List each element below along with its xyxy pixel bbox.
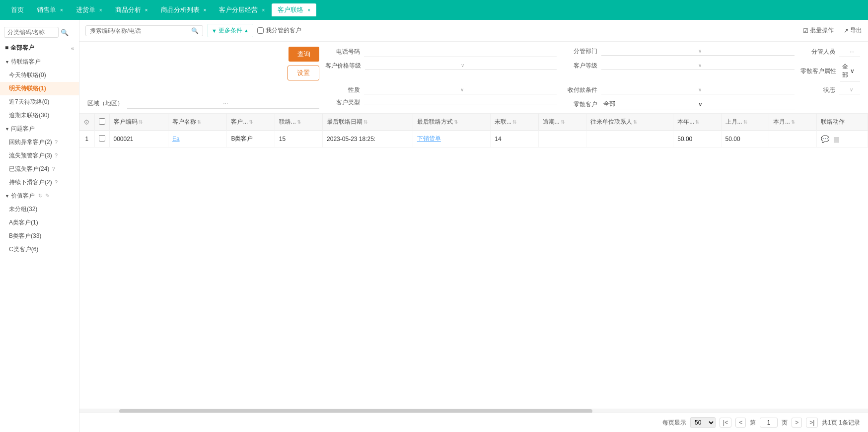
close-icon[interactable]: × bbox=[145, 7, 148, 13]
table-scrollbar[interactable] bbox=[79, 409, 868, 413]
th-unlinked: 未联... ⇅ bbox=[491, 114, 538, 131]
search-icon[interactable]: 🔍 bbox=[191, 27, 199, 34]
batch-op-btn[interactable]: ☑ 批量操作 bbox=[803, 26, 834, 35]
dept-select[interactable]: ∨ bbox=[601, 47, 795, 56]
last-page-btn[interactable]: >| bbox=[806, 418, 818, 428]
data-table-wrap: ⚙ 客户编码 ⇅ 客户名称 bbox=[79, 114, 868, 409]
query-button[interactable]: 查询 bbox=[289, 47, 319, 62]
sidebar-search-icon[interactable]: 🔍 bbox=[61, 29, 69, 36]
status-select[interactable]: ∨ bbox=[839, 85, 860, 94]
payment-select[interactable]: ∨ bbox=[601, 85, 795, 94]
retail-customer-select[interactable]: 全部 ∨ bbox=[601, 98, 795, 110]
sidebar-group-problem[interactable]: ▼ 问题客户 bbox=[0, 122, 79, 136]
filter-customer-type: 客户类型 bbox=[325, 98, 557, 107]
select-all-checkbox[interactable] bbox=[99, 118, 105, 125]
row-checkbox[interactable] bbox=[99, 135, 105, 142]
sidebar-item-a-class[interactable]: A类客户(1) bbox=[0, 216, 79, 229]
sidebar-item-already-lost[interactable]: 已流失客户(24) ? bbox=[0, 162, 79, 176]
sidebar-all-customers[interactable]: ■ 全部客户 « bbox=[0, 41, 79, 55]
th-contact-count: 联络... ⇅ bbox=[275, 114, 322, 131]
contact-method-link[interactable]: 下销货单 bbox=[417, 135, 441, 142]
close-icon[interactable]: × bbox=[60, 7, 63, 13]
person-select[interactable]: ··· bbox=[839, 47, 860, 57]
page-unit: 页 bbox=[782, 419, 788, 427]
close-icon[interactable]: × bbox=[307, 7, 310, 13]
nav-product-analysis-list[interactable]: 商品分析列表 × bbox=[155, 3, 213, 16]
filter-customer-level: 客户等级 ∨ bbox=[563, 61, 795, 70]
nav-sales-order[interactable]: 销售单 × bbox=[31, 3, 69, 16]
refresh-icon[interactable]: ↻ bbox=[38, 193, 43, 199]
retail-attr-select[interactable]: 全部 ∨ bbox=[840, 61, 860, 81]
filter-payment: 收付款条件 ∨ bbox=[563, 85, 795, 94]
sidebar-group-value[interactable]: ▼ 价值客户 ↻ ✎ bbox=[0, 189, 79, 203]
td-customer-name: Ea bbox=[168, 131, 226, 147]
export-btn[interactable]: ↗ 导出 bbox=[844, 26, 862, 35]
nav-customer-contact[interactable]: 客户联络 × bbox=[272, 3, 316, 16]
close-icon[interactable]: × bbox=[262, 7, 265, 13]
reset-button[interactable]: 设置 bbox=[288, 66, 319, 80]
nav-home[interactable]: 首页 bbox=[5, 3, 30, 16]
filter-region: 区域（地区） ··· bbox=[87, 98, 319, 109]
th-contact-action: 联络动作 bbox=[817, 114, 868, 131]
search-bar: 🔍 ▼ 更多条件 ▲ 我分管的客户 ☑ 批量操作 ↗ 导出 bbox=[79, 20, 868, 42]
filter-status: 状态 ∨ bbox=[800, 85, 860, 94]
page-input[interactable] bbox=[760, 418, 778, 428]
th-this-month: 本月... ⇅ bbox=[769, 114, 816, 131]
prev-page-btn[interactable]: < bbox=[735, 418, 746, 428]
sidebar-item-b-class[interactable]: B类客户(33) bbox=[0, 229, 79, 243]
caret-down-icon: ∨ bbox=[850, 87, 858, 92]
per-page-label: 每页显示 bbox=[662, 419, 686, 427]
ellipsis-icon[interactable]: ··· bbox=[848, 48, 858, 55]
caret-down-icon: ∨ bbox=[460, 87, 555, 92]
sidebar-group-pending[interactable]: ▼ 待联络客户 bbox=[0, 55, 79, 69]
sidebar-search-input[interactable] bbox=[4, 27, 59, 38]
table-footer: 每页显示 50 100 200 |< < 第 页 > >| 共1页 1条记录 bbox=[79, 413, 868, 432]
phone-label: 电话号码 bbox=[325, 48, 360, 56]
sidebar-item-continuous-drop[interactable]: 持续下滑客户(2) ? bbox=[0, 176, 79, 189]
close-icon[interactable]: × bbox=[99, 7, 102, 13]
per-page-select[interactable]: 50 100 200 bbox=[690, 417, 716, 428]
search-input[interactable] bbox=[90, 27, 189, 34]
customer-price-level-select[interactable]: ∨ bbox=[365, 61, 557, 70]
filter-dept: 分管部门 ∨ bbox=[563, 47, 795, 56]
nav-purchase-order[interactable]: 进货单 × bbox=[70, 3, 108, 16]
note-icon[interactable]: 💬 bbox=[821, 135, 829, 143]
sidebar-item-c-class[interactable]: C类客户(6) bbox=[0, 243, 79, 256]
total-records: 共1页 1条记录 bbox=[822, 419, 860, 427]
sidebar-item-overdue-contact[interactable]: 逾期未联络(30) bbox=[0, 109, 79, 122]
gender-select[interactable]: ∨ bbox=[364, 85, 557, 94]
sidebar-item-lost-risk[interactable]: 流失预警客户(3) ? bbox=[0, 149, 79, 162]
phone-input[interactable] bbox=[364, 47, 557, 57]
sidebar-item-ungrouped[interactable]: 未分组(32) bbox=[0, 203, 79, 216]
first-page-btn[interactable]: |< bbox=[720, 418, 731, 428]
sidebar-item-today-contact[interactable]: 今天待联络(0) bbox=[0, 69, 79, 82]
customer-type-select[interactable] bbox=[364, 101, 557, 104]
customer-level-select[interactable]: ∨ bbox=[601, 61, 795, 70]
sort-icon: ⇅ bbox=[512, 119, 516, 125]
filter-phone: 电话号码 bbox=[325, 47, 557, 57]
sidebar-item-week-contact[interactable]: 近7天待联络(0) bbox=[0, 95, 79, 109]
my-customers-checkbox[interactable] bbox=[257, 27, 264, 34]
edit-icon[interactable]: ✎ bbox=[45, 193, 50, 199]
close-icon[interactable]: × bbox=[204, 7, 207, 13]
customer-name-link[interactable]: Ea bbox=[172, 136, 180, 143]
sidebar-item-repurchase-abnormal[interactable]: 回购异常客户(2) ? bbox=[0, 136, 79, 149]
gear-icon[interactable]: ⚙ bbox=[83, 118, 90, 126]
sort-icon: ⇅ bbox=[297, 119, 301, 125]
region-select[interactable]: ··· bbox=[127, 98, 319, 109]
next-page-btn[interactable]: > bbox=[792, 418, 802, 428]
sort-icon: ⇅ bbox=[363, 119, 367, 125]
ellipsis-icon[interactable]: ··· bbox=[221, 100, 317, 107]
th-overdue: 逾期... ⇅ bbox=[538, 114, 586, 131]
nav-product-analysis[interactable]: 商品分析 × bbox=[109, 3, 154, 16]
filter-more-btn[interactable]: ▼ 更多条件 ▲ bbox=[207, 24, 253, 37]
sort-icon: ⇅ bbox=[454, 119, 458, 125]
td-unlinked: 14 bbox=[491, 131, 538, 147]
collapse-icon[interactable]: « bbox=[71, 45, 74, 51]
qrcode-icon[interactable]: ▦ bbox=[833, 135, 840, 143]
query-btn-group: 查询 设置 bbox=[87, 47, 319, 80]
customer-level-label: 客户等级 bbox=[563, 62, 597, 70]
sidebar-item-tomorrow-contact[interactable]: 明天待联络(1) bbox=[0, 82, 79, 95]
nav-customer-segment[interactable]: 客户分层经营 × bbox=[213, 3, 271, 16]
my-customers-checkbox-area[interactable]: 我分管的客户 bbox=[257, 26, 301, 35]
